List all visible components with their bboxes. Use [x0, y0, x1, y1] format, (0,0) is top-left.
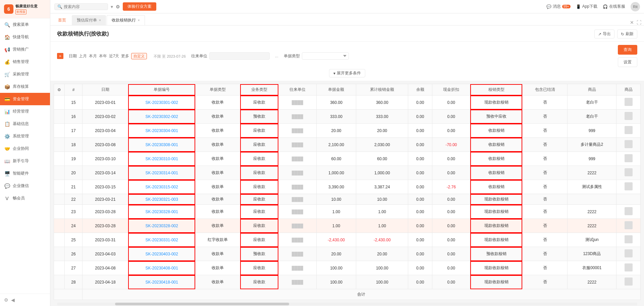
topbar-search-area[interactable]: 🔍 — [54, 3, 108, 10]
sidebar-item-search[interactable]: 🔍 搜索菜单 — [0, 18, 50, 31]
date-opt-this-month[interactable]: 本月 — [89, 53, 97, 59]
bill-no-link[interactable]: SK-20230315-002 — [145, 185, 178, 189]
tab-prepay-label: 预估应付单 — [77, 17, 97, 23]
cell-bill-no[interactable]: SK-20230328-001 — [128, 205, 195, 219]
cell-bill-no[interactable]: SK-20230314-001 — [128, 166, 195, 180]
cell-bill-no[interactable]: SK-20230315-002 — [128, 180, 195, 194]
sidebar-item-wechat[interactable]: 💬 企业微信 — [0, 180, 50, 192]
table-row[interactable]: 262023-04-03SK-20230403-002收款单预收款████20.… — [54, 247, 641, 261]
expand-more-button[interactable]: ▾ 展开更多条件 — [329, 69, 365, 77]
tab-close-all-icon[interactable]: ✕ — [630, 20, 634, 25]
sidebar-item-quicknav[interactable]: 🏠 快捷导航 — [0, 31, 50, 43]
bill-no-link[interactable]: SK-20230301-002 — [145, 100, 178, 105]
refresh-button[interactable]: ↻ 刷新 — [617, 29, 637, 39]
table-row[interactable]: 192023-03-10SK-20230310-001收款单应收款████60.… — [54, 152, 641, 166]
cell-product-img — [616, 152, 641, 166]
user-avatar[interactable]: Rit — [631, 2, 640, 11]
bill-no-link[interactable]: SK-20230328-001 — [145, 209, 178, 214]
table-row[interactable]: 152023-03-01SK-20230301-002收款单应收款████360… — [54, 96, 641, 110]
bill-no-link[interactable]: SK-20230403-002 — [145, 252, 178, 256]
table-row[interactable]: 162023-03-02SK-20230302-002收款单预收款████333… — [54, 110, 641, 124]
bill-no-link[interactable]: SK-20230418-001 — [145, 280, 178, 285]
table-row[interactable]: 222023-03-21SK-20230321-003收款单应收款████10.… — [54, 194, 641, 205]
tab-home[interactable]: 首页 — [53, 15, 71, 25]
industry-solution-button[interactable]: 体验行业方案 — [123, 2, 156, 11]
cell-bill-no[interactable]: SK-20230321-003 — [128, 194, 195, 205]
cell-bill-no[interactable]: SK-20230418-001 — [128, 275, 195, 289]
date-opt-more[interactable]: 更多 — [121, 53, 129, 59]
table-row[interactable]: 282023-04-18SK-20230418-001收款单应收款████100… — [54, 275, 641, 289]
table-row[interactable]: 202023-03-14SK-20230314-001收款单应收款████1,0… — [54, 166, 641, 180]
cell-bill-no[interactable]: SK-20230301-002 — [128, 96, 195, 110]
date-opt-7days[interactable]: 近7天 — [109, 53, 119, 59]
tab-receipts[interactable]: 收款核销执行 × — [107, 15, 145, 25]
sidebar-item-basics[interactable]: 📋 基础信息 — [0, 118, 50, 130]
bill-no-link[interactable]: SK-20230321-003 — [145, 197, 178, 202]
cell-bill-no[interactable]: SK-20230310-001 — [128, 152, 195, 166]
cell-bill-no[interactable]: SK-20230408-001 — [128, 261, 195, 275]
export-button[interactable]: ↗ 导出 — [594, 29, 614, 39]
tab-prepay[interactable]: 预估应付单 × — [72, 15, 106, 25]
query-button[interactable]: 查询 — [618, 45, 637, 55]
sidebar-item-guide[interactable]: 📖 新手引导 — [0, 155, 50, 167]
table-row[interactable]: 272023-04-08SK-20230408-001收款单应收款████100… — [54, 261, 641, 275]
tab-prepay-close-icon[interactable]: × — [99, 18, 101, 22]
cell-accum-writeoff: 1.00 — [356, 205, 408, 219]
sidebar-item-enterprise[interactable]: 🤝 企业协同 — [0, 142, 50, 155]
cell-include-settled: 否 — [522, 275, 567, 289]
bill-no-link[interactable]: SK-20230331-002 — [145, 238, 178, 242]
tab-receipts-close-icon[interactable]: × — [138, 18, 140, 22]
topbar-search-input[interactable] — [64, 4, 97, 9]
table-row[interactable]: 172023-03-04SK-20230304-001收款单应收款████20.… — [54, 124, 641, 138]
cell-bill-no[interactable]: SK-20230302-002 — [128, 110, 195, 124]
cell-bill-no[interactable]: SK-20230331-002 — [128, 233, 195, 247]
col-settings[interactable]: ⚙ — [54, 84, 65, 96]
sidebar-item-marketing[interactable]: 📢 营销推广 — [0, 43, 50, 56]
table-scroll-bar[interactable] — [57, 303, 637, 305]
date-opt-custom[interactable]: 自定义 — [131, 53, 147, 59]
filter-toggle-button[interactable]: » — [57, 53, 63, 59]
collapse-icon[interactable]: ◀ — [11, 297, 15, 303]
sidebar-item-operations[interactable]: 📊 经营管理 — [0, 105, 50, 118]
filter-partner-input[interactable] — [209, 52, 270, 60]
date-opt-last-month[interactable]: 上月 — [79, 53, 87, 59]
settings-icon[interactable]: ⚙ — [4, 297, 8, 303]
filter-bill-type-select[interactable] — [302, 52, 349, 60]
table-scroll-thumb[interactable] — [115, 303, 289, 305]
bill-no-link[interactable]: SK-20230408-001 — [145, 266, 178, 270]
sidebar-item-member[interactable]: V 畅会员 — [0, 192, 50, 204]
topbar-dropdown-icon[interactable]: ▾ — [111, 4, 113, 9]
messages-button[interactable]: 💬 消息 99+ — [546, 4, 571, 9]
date-opt-this-year[interactable]: 本年 — [99, 53, 107, 59]
bill-no-link[interactable]: SK-20230308-001 — [145, 142, 178, 147]
table-row[interactable]: 252023-03-31SK-20230331-002红字收款单应收款████-… — [54, 233, 641, 247]
table-row[interactable]: 212023-03-15SK-20230315-002收款单应收款████3,3… — [54, 180, 641, 194]
table-row[interactable]: 182023-03-08SK-20230308-001收款单应收款████2,1… — [54, 138, 641, 152]
cell-bill-no[interactable]: SK-20230403-002 — [128, 247, 195, 261]
bill-no-link[interactable]: SK-20230328-002 — [145, 224, 178, 228]
cell-product: 测试jun — [568, 233, 616, 247]
topbar-gear-icon[interactable]: ⚙ — [116, 4, 120, 9]
cell-checkbox — [54, 124, 65, 138]
filter-settings-button[interactable]: 设置 — [618, 57, 637, 67]
cell-bill-no[interactable]: SK-20230328-002 — [128, 219, 195, 233]
bill-no-link[interactable]: SK-20230314-001 — [145, 171, 178, 175]
sidebar-item-system[interactable]: ⚙️ 系统管理 — [0, 130, 50, 142]
table-row[interactable]: 242023-03-28SK-20230328-002收款单应收款████1.0… — [54, 219, 641, 233]
sidebar-item-finance[interactable]: 💳 资金管理 — [0, 93, 50, 105]
cell-bill-no[interactable]: SK-20230304-001 — [128, 124, 195, 138]
bill-no-link[interactable]: SK-20230304-001 — [145, 128, 178, 133]
tab-maximize-icon[interactable]: ⛶ — [637, 20, 641, 25]
cell-bill-no[interactable]: SK-20230308-001 — [128, 138, 195, 152]
sidebar-item-purchase[interactable]: 🛒 采购管理 — [0, 68, 50, 80]
sidebar-item-hardware[interactable]: 🖥️ 智能硬件 — [0, 167, 50, 180]
bill-no-link[interactable]: SK-20230302-002 — [145, 114, 178, 119]
table-row[interactable]: 232023-03-28SK-20230328-001收款单应收款████1.0… — [54, 205, 641, 219]
online-service-button[interactable]: 🎧 在线客服 — [603, 4, 625, 9]
table-footer-row: 合计 — [54, 289, 641, 300]
sidebar-item-sales[interactable]: 💰 销售管理 — [0, 56, 50, 68]
app-download-button[interactable]: 📱 App下载 — [576, 4, 597, 9]
bill-no-link[interactable]: SK-20230310-001 — [145, 157, 178, 161]
cell-partner: ████ — [278, 219, 316, 233]
sidebar-item-inventory[interactable]: 📦 库存核算 — [0, 80, 50, 93]
